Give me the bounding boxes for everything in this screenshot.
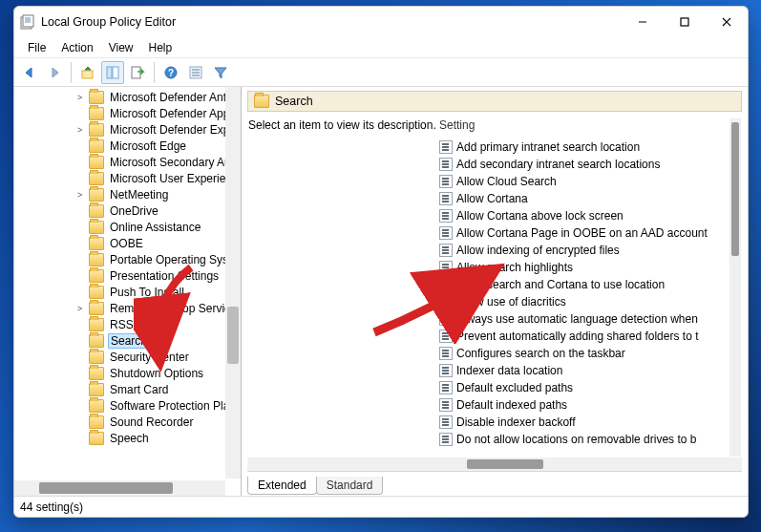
menubar: File Action View Help	[14, 37, 748, 58]
expand-icon[interactable]: >	[77, 190, 87, 200]
settings-column-header[interactable]: Setting	[439, 118, 741, 135]
up-button[interactable]	[76, 61, 99, 84]
tree-item[interactable]: Push To Install	[14, 284, 241, 300]
setting-item[interactable]: Allow use of diacritics	[439, 293, 741, 310]
titlebar: Local Group Policy Editor	[14, 7, 748, 37]
help-button[interactable]: ?	[159, 61, 182, 84]
expand-icon[interactable]: >	[77, 304, 87, 313]
setting-item-label: Allow search and Cortana to use location	[456, 278, 665, 291]
tree-item[interactable]: Speech	[14, 430, 241, 446]
tree-item-label: Portable Operating Syste	[108, 253, 240, 266]
setting-item[interactable]: Always use automatic language detection …	[439, 310, 741, 328]
setting-item[interactable]: Allow search and Cortana to use location	[439, 276, 741, 293]
back-button[interactable]	[18, 61, 41, 84]
setting-item[interactable]: Add secondary intranet search locations	[439, 156, 741, 173]
tree-item[interactable]: OneDrive	[14, 202, 241, 219]
tree-item-label: Security Center	[108, 351, 191, 364]
setting-item[interactable]: Prevent automatically adding shared fold…	[439, 328, 741, 345]
tree-item[interactable]: >Microsoft Defender Anti	[14, 89, 241, 105]
setting-item[interactable]: Allow Cortana	[439, 190, 741, 207]
menu-help[interactable]: Help	[141, 39, 180, 56]
properties-button[interactable]	[184, 61, 207, 84]
setting-item[interactable]: Default excluded paths	[439, 379, 741, 396]
tree-item[interactable]: Online Assistance	[14, 219, 241, 235]
setting-item[interactable]: Add primary intranet search location	[439, 138, 741, 156]
tree-item-label: Search	[108, 333, 150, 349]
tree-item[interactable]: OOBE	[14, 235, 241, 251]
folder-icon	[89, 367, 104, 380]
tree-item-label: Microsoft Edge	[108, 139, 188, 153]
setting-item[interactable]: Disable indexer backoff	[439, 414, 741, 431]
svg-rect-12	[132, 67, 140, 78]
tree-item-label: Microsoft Defender Expl	[108, 123, 234, 137]
policy-setting-icon	[439, 433, 453, 446]
minimize-button[interactable]	[622, 7, 664, 37]
tree-item[interactable]: >Remote Desktop Service	[14, 300, 241, 316]
description-column: Select an item to view its description.	[248, 118, 439, 457]
svg-rect-10	[107, 67, 112, 78]
toolbar-separator	[71, 62, 72, 83]
menu-file[interactable]: File	[20, 39, 53, 56]
tree-item-label: Microsoft Defender App	[108, 107, 231, 120]
folder-icon	[89, 269, 104, 283]
setting-item[interactable]: Allow Cloud Search	[439, 173, 741, 190]
tree-item[interactable]: >Microsoft Defender Expl	[14, 121, 241, 138]
tree-item[interactable]: Microsoft Secondary Aut	[14, 154, 241, 170]
tree-vertical-scrollbar[interactable]	[225, 87, 241, 479]
tree-item[interactable]: Sound Recorder	[14, 414, 241, 430]
setting-item[interactable]: Allow indexing of encrypted files	[439, 242, 741, 259]
gpedit-window: Local Group Policy Editor File Action Vi…	[13, 6, 749, 518]
export-list-button[interactable]	[126, 61, 149, 84]
toolbar-separator-2	[154, 62, 155, 83]
forward-button[interactable]	[43, 61, 66, 84]
tree-horizontal-scrollbar[interactable]	[14, 480, 225, 496]
setting-item[interactable]: Configures search on the taskbar	[439, 345, 741, 362]
tree-item[interactable]: Smart Card	[14, 381, 241, 397]
setting-item[interactable]: Do not allow locations on removable driv…	[439, 431, 741, 448]
tab-extended[interactable]: Extended	[247, 477, 317, 495]
folder-icon	[89, 253, 104, 266]
details-horizontal-scrollbar[interactable]	[247, 458, 742, 471]
expand-icon[interactable]: >	[77, 125, 87, 135]
details-vertical-scrollbar[interactable]	[729, 118, 741, 457]
tree-item[interactable]: Microsoft Edge	[14, 138, 241, 154]
content-area: >Microsoft Defender AntiMicrosoft Defend…	[14, 87, 748, 496]
tree-item[interactable]: Microsoft User Experienc	[14, 170, 241, 186]
setting-item[interactable]: Allow Cortana Page in OOBE on an AAD acc…	[439, 224, 741, 242]
setting-item[interactable]: Indexer data location	[439, 362, 741, 379]
folder-icon	[89, 318, 104, 331]
setting-item-label: Default excluded paths	[456, 381, 573, 394]
show-hide-tree-button[interactable]	[101, 61, 124, 84]
policy-setting-icon	[439, 278, 453, 291]
tree-item[interactable]: Search	[14, 332, 241, 349]
tree-item[interactable]: Portable Operating Syste	[14, 251, 241, 267]
menu-action[interactable]: Action	[53, 39, 100, 56]
tree-item[interactable]: Shutdown Options	[14, 365, 241, 381]
setting-item[interactable]: Allow search highlights	[439, 259, 741, 276]
setting-item[interactable]: Default indexed paths	[439, 396, 741, 414]
maximize-button[interactable]	[664, 7, 706, 37]
tree-list[interactable]: >Microsoft Defender AntiMicrosoft Defend…	[14, 89, 241, 471]
settings-list[interactable]: Add primary intranet search locationAdd …	[439, 138, 741, 448]
folder-icon	[89, 91, 104, 104]
close-button[interactable]	[706, 7, 748, 37]
filter-button[interactable]	[209, 61, 232, 84]
menu-view[interactable]: View	[101, 39, 141, 56]
tree-item[interactable]: >NetMeeting	[14, 186, 241, 202]
tree-item[interactable]: Security Center	[14, 349, 241, 365]
details-header: Search	[247, 91, 742, 112]
tree-item-label: Push To Install	[108, 286, 186, 299]
policy-setting-icon	[439, 347, 453, 360]
policy-setting-icon	[439, 226, 453, 240]
tree-item-label: Microsoft Defender Anti	[108, 91, 231, 104]
expand-icon[interactable]: >	[77, 93, 87, 102]
tree-item[interactable]: Microsoft Defender App	[14, 105, 241, 121]
details-body: Select an item to view its description. …	[247, 117, 742, 458]
tree-item[interactable]: Presentation Settings	[14, 267, 241, 284]
tree-item[interactable]: RSS Feeds	[14, 316, 241, 332]
setting-item-label: Prevent automatically adding shared fold…	[456, 330, 698, 343]
tab-standard[interactable]: Standard	[316, 477, 384, 495]
setting-item[interactable]: Allow Cortana above lock screen	[439, 207, 741, 224]
folder-icon	[89, 139, 104, 153]
tree-item[interactable]: Software Protection Platf	[14, 397, 241, 414]
